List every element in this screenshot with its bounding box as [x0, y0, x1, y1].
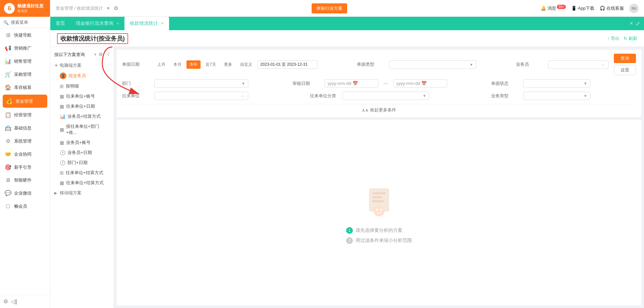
audit-date-from[interactable]: yyyy-mm-dd 📅	[325, 79, 378, 88]
sidebar-item-finance[interactable]: 💰 资金管理	[3, 95, 47, 108]
export-btn[interactable]: ↑ 导出	[607, 36, 620, 42]
biz-type-select[interactable]: ▾	[523, 92, 590, 100]
basic-label: 基础信息	[14, 125, 32, 131]
tab-bank-close[interactable]: ×	[117, 21, 119, 26]
app-download-item[interactable]: 📱 App下载	[571, 5, 594, 11]
doc-status-select[interactable]: ▾	[523, 79, 590, 88]
sidebar-item-marketing[interactable]: 📢 营销推广	[0, 42, 50, 55]
tab-close-all-icon[interactable]: ×	[630, 20, 633, 27]
avatar[interactable]: Rit	[629, 4, 639, 13]
collapse-sidebar-icon[interactable]: ◁∥	[11, 298, 17, 305]
sidebar-item-guide[interactable]: 🎯 新手引导	[0, 161, 50, 174]
tab-bank[interactable]: 现金银行流水查询 ×	[70, 17, 124, 30]
scheme-item-salesperson-payment[interactable]: 📊 业务员+结算方式	[50, 111, 114, 121]
pc-section-header[interactable]: ▼ 电脑端方案	[50, 60, 114, 70]
collapse-btn[interactable]: ∧∧ 收起更多条件	[362, 107, 396, 113]
notification-label: 消息	[547, 5, 556, 11]
sidebar-item-quick-nav[interactable]: ⊞ 快捷导航	[0, 29, 50, 42]
scheme-item-salesperson-label: 按业务员	[68, 73, 86, 79]
purchase-icon: 🛒	[5, 71, 11, 78]
calendar-icon: 📅	[353, 81, 358, 86]
table-icon: ▦	[60, 94, 64, 99]
scheme-item-counterpart-payment1[interactable]: ⊞ 往来单位+结算方式	[50, 168, 114, 178]
scheme-item-counterpart-payment2[interactable]: ▦ 往来单位+结算方式	[50, 178, 114, 188]
settings-btn[interactable]: 设置	[614, 65, 636, 75]
sidebar-item-sales[interactable]: 📊 销售管理	[0, 55, 50, 68]
sidebar-item-system[interactable]: ⚙ 系统管理	[0, 135, 50, 148]
query-btn[interactable]: 查询	[614, 54, 636, 63]
date-btn-custom[interactable]: 自定义	[237, 60, 255, 69]
scheme-item-counterpart-date[interactable]: ▦ 往来单位+日期	[50, 101, 114, 111]
member-label: 畅会员	[14, 203, 27, 209]
audit-date-to[interactable]: yyyy-mm-dd 📅	[393, 79, 447, 88]
add-scheme-icon[interactable]: +	[94, 52, 97, 58]
filter-row-date: 单据日期 上月 本月 本年 近7天 更多 自定义 2023-01-01 至 20…	[122, 54, 636, 75]
mobile-section-header[interactable]: ▶ 移动端方案	[50, 188, 114, 198]
scheme-item-counterpart-account[interactable]: ▦ 往来单位+账号	[50, 91, 114, 101]
operations-icon: 📋	[5, 112, 11, 118]
date-btn-this-month[interactable]: 本月	[170, 60, 184, 69]
step-2-num: 2	[346, 237, 353, 244]
marketing-icon: 📢	[5, 45, 11, 51]
mobile-section-arrow: ▶	[54, 191, 58, 195]
online-service-item[interactable]: 🎧 在线客服	[600, 5, 624, 11]
chevron-down-icon2: ▾	[470, 62, 473, 67]
scheme-item-salesperson-account[interactable]: ▦ 业务员+账号	[50, 138, 114, 148]
notification-item[interactable]: 🔔 消息 99+	[541, 5, 566, 11]
counterpart-select[interactable]: ···	[154, 92, 248, 100]
scheme-item-label3: 业务员+结算方式	[67, 113, 101, 119]
date-btn-more[interactable]: 更多	[221, 60, 235, 69]
scheme-item-detail-label: 按明细	[66, 83, 79, 89]
date-btn-last-month[interactable]: 上月	[154, 60, 168, 69]
settings-scheme-icon[interactable]: ⚙	[99, 52, 103, 58]
tab-collection-close[interactable]: ×	[161, 21, 164, 26]
ellipsis-salesperson-icon: ···	[601, 62, 605, 67]
scheme-item-dept-date[interactable]: 🕐 部门+日期	[50, 158, 114, 168]
sidebar-item-coop[interactable]: 🤝 企业协同	[0, 148, 50, 161]
scheme-item-by-salesperson[interactable]: 👤 按业务员	[50, 70, 114, 81]
date-btn-this-year[interactable]: 本年	[186, 60, 201, 69]
trial-btn[interactable]: 体验行业方案	[312, 3, 347, 13]
logo-icon: 6	[4, 3, 15, 14]
sidebar-item-purchase[interactable]: 🛒 采购管理	[0, 68, 50, 81]
doc-type-select[interactable]: ▾	[389, 60, 476, 69]
tab-collection[interactable]: 收款情况统计 ×	[124, 17, 169, 30]
inventory-icon: 🏠	[5, 84, 11, 91]
action-buttons: 查询 设置	[614, 54, 636, 75]
calendar-icon2: 📅	[421, 81, 427, 86]
svg-rect-1	[372, 192, 386, 194]
sidebar-item-wechat[interactable]: 💬 企业微信	[0, 187, 50, 200]
search-menu[interactable]: 🔍 搜索菜单	[0, 17, 50, 29]
sidebar-item-member[interactable]: ⬡ 畅会员	[0, 200, 50, 213]
quick-nav-label: 快捷导航	[14, 32, 32, 38]
search-label: 搜索菜单	[11, 19, 28, 25]
header-gear-icon[interactable]: ⚙	[114, 5, 118, 11]
collapse-scheme-icon[interactable]: 《	[105, 52, 110, 58]
scheme-item-salesperson-date[interactable]: 🕐 业务员+日期	[50, 148, 114, 158]
sidebar-item-operations[interactable]: 📋 经营管理	[0, 108, 50, 121]
counterpart-cat-label: 往来单位分类	[310, 93, 337, 99]
chevron-down-icon[interactable]: ▼	[106, 6, 110, 11]
grid-icon2: ⊞	[60, 170, 64, 175]
dept-select[interactable]: ▾	[154, 79, 248, 88]
quick-nav-icon: ⊞	[5, 32, 11, 38]
tab-home[interactable]: 首页	[50, 20, 70, 27]
scheme-item-counterpart-dept[interactable]: ▦ 按往来单位+部门+收...	[50, 121, 114, 138]
date-range-display: 2023-01-01 至 2023-12-31	[257, 60, 318, 69]
coop-icon: 🤝	[5, 151, 11, 157]
filter-collapse-row: ∧∧ 收起更多条件	[122, 104, 636, 113]
collapse-up-icon: ∧∧	[362, 108, 369, 113]
refresh-btn[interactable]: ↻ 刷新	[624, 36, 637, 42]
salesperson-select[interactable]: ···	[548, 60, 608, 69]
svg-point-6	[380, 209, 382, 211]
scheme-item-by-detail[interactable]: ⊞ 按明细	[50, 81, 114, 91]
sidebar-item-hardware[interactable]: 🖥 智能硬件	[0, 174, 50, 187]
svg-point-5	[376, 209, 378, 211]
sidebar-item-inventory[interactable]: 🏠 库存核算	[0, 81, 50, 94]
sidebar-item-basic[interactable]: 📇 基础信息	[0, 121, 50, 135]
tab-expand-icon[interactable]: ⤢	[636, 20, 640, 27]
settings-bottom-icon[interactable]: ⚙	[3, 298, 8, 305]
date-btn-7days[interactable]: 近7天	[203, 60, 219, 69]
counterpart-cat-select[interactable]: ▾	[342, 92, 429, 100]
system-icon: ⚙	[5, 138, 11, 144]
